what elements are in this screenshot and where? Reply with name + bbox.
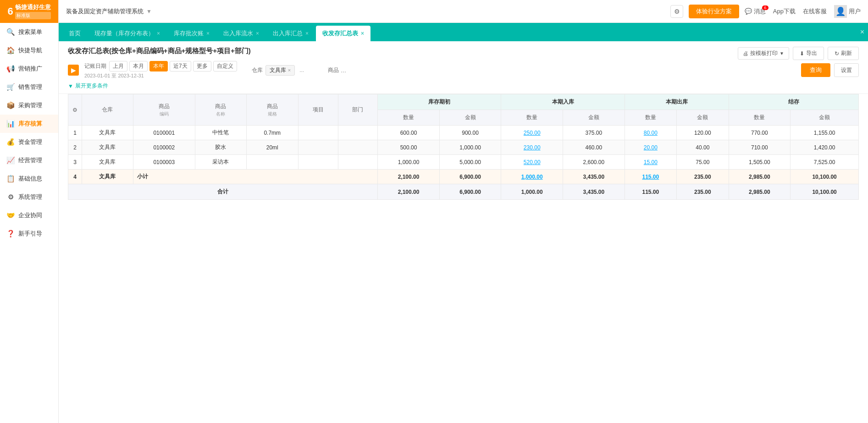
col-dept-header: 部门 [338,94,378,126]
operations-icon: 📈 [6,156,15,165]
col-product-name-header: 商品名称 [195,94,246,126]
row-0-open-amt: 900.00 [439,126,501,140]
sidebar-label-basic-info: 基础信息 [18,175,42,183]
tab-4[interactable]: 出入库汇总× [266,26,315,41]
page-header: 收发存汇总表(按仓库+商品编码+商品+规格型号+项目+部门) 🖨 按模板打印 ▼… [59,41,868,94]
sidebar-item-sales[interactable]: 🛒销售管理 [0,78,58,96]
col-product-code-header: 商品编码 [133,94,195,126]
sidebar-item-enterprise[interactable]: 🤝企业协同 [0,206,58,225]
refresh-button[interactable]: ↻ 刷新 [828,47,859,60]
row-1-bal-qty: 710.00 [729,140,791,155]
tab-3[interactable]: 出入库流水× [217,26,265,41]
tab-0[interactable]: 首页 [62,26,87,41]
col-product-spec-header: 商品规格 [246,94,298,126]
app-download-link[interactable]: App下载 [773,7,796,16]
tab-close-2[interactable]: × [206,30,210,37]
sidebar-item-finance[interactable]: 💰资金管理 [0,133,58,151]
date-btn-7days[interactable]: 近7天 [170,61,191,71]
row-0-project [298,126,338,140]
tab-close-4[interactable]: × [305,30,309,37]
row-1-no: 2 [68,140,82,155]
date-btn-more[interactable]: 更多 [193,61,211,71]
row-2-in-qty[interactable]: 520.00 [501,155,563,170]
export-icon: ⬇ [800,50,804,57]
row-1-spec: 20ml [246,140,298,155]
subtotal-in-qty[interactable]: 1,000.00 [501,170,563,184]
warehouse-tag: 文具库 × [265,65,295,76]
filter-warehouse: 仓库 文具库 × ... [252,65,304,76]
warehouse-more-dots[interactable]: ... [299,67,304,73]
tab-close-5[interactable]: × [361,30,364,37]
app-logo: 6 畅捷通好生意 标准版 [0,0,58,23]
total-bal-amt: 10,100.00 [791,184,859,200]
sidebar-label-operations: 经营管理 [18,156,42,165]
table-settings-header[interactable]: ⚙ [68,94,82,126]
row-1-in-amt: 460.00 [563,140,625,155]
col-opening-qty-header: 数量 [378,110,440,126]
expand-more-conditions[interactable]: ▼ 展开更多条件 [68,82,859,90]
print-button[interactable]: 🖨 按模板打印 ▼ [738,47,789,60]
row-0-bal-amt: 1,155.00 [791,126,859,140]
row-1-dept [338,140,378,155]
col-project-header: 项目 [298,94,338,126]
warehouse-tag-close[interactable]: × [288,67,291,73]
tab-close-1[interactable]: × [157,30,160,37]
row-1-warehouse: 文具库 [82,140,133,155]
topbar-gear-button[interactable]: ⚙ [670,5,683,18]
row-0-code: 0100001 [133,126,195,140]
total-bal-qty: 2,985.00 [729,184,791,200]
table-row: 1 文具库 0100001 中性笔 0.7mm 600.00 900.00 25… [68,126,859,140]
sidebar-label-guide: 新手引导 [18,230,42,238]
tab-5[interactable]: 收发存汇总表× [316,26,370,41]
sidebar-item-guide[interactable]: ❓新手引导 [0,225,58,243]
online-service-link[interactable]: 在线客服 [803,7,827,16]
export-button[interactable]: ⬇ 导出 [793,47,824,60]
date-btn-last-month[interactable]: 上月 [109,61,127,71]
date-btn-this-year[interactable]: 本年 [149,61,168,71]
tab-1[interactable]: 现存量（库存分布表）× [88,26,166,41]
user-menu[interactable]: 👤 用户 [834,5,861,18]
sidebar-item-operations[interactable]: 📈经营管理 [0,151,58,170]
setting-button[interactable]: 设置 [834,63,859,77]
col-opening-amt-header: 金额 [439,110,501,126]
row-0-no: 1 [68,126,82,140]
row-1-out-qty[interactable]: 20.00 [625,140,676,155]
topbar-system-title: 装备及固定资产辅助管理系统 ▼ [66,7,665,16]
date-btn-custom[interactable]: 自定义 [213,61,237,71]
col-out-amt-header: 金额 [677,110,729,126]
row-2-no: 3 [68,155,82,170]
sidebar-item-system[interactable]: ⚙系统管理 [0,188,58,206]
topbar-dropdown-arrow: ▼ [146,8,152,15]
message-badge-container[interactable]: 💬 6 消息 [745,7,766,16]
date-btn-this-month[interactable]: 本月 [129,61,148,71]
row-2-dept [338,155,378,170]
total-out-amt: 235.00 [677,184,729,200]
date-label: 记账日期 [84,62,106,70]
sidebar-item-search[interactable]: 🔍搜索菜单 [0,23,58,41]
row-1-in-qty[interactable]: 230.00 [501,140,563,155]
row-0-out-qty[interactable]: 80.00 [625,126,676,140]
tabbar-close-all[interactable]: × [860,28,864,36]
expand-label: 展开更多条件 [75,82,108,90]
row-0-in-qty[interactable]: 250.00 [501,126,563,140]
sidebar-item-purchase[interactable]: 📦采购管理 [0,96,58,115]
query-button[interactable]: 查询 [801,63,830,77]
product-more-dots[interactable]: ... [341,66,346,74]
message-icon: 💬 [745,8,752,15]
refresh-icon: ↻ [835,50,839,57]
sidebar-item-quick-nav[interactable]: 🏠快捷导航 [0,41,58,60]
row-2-out-qty[interactable]: 15.00 [625,155,676,170]
row-1-project [298,140,338,155]
filter-toggle-button[interactable]: ▶ [68,65,79,76]
sidebar-item-inventory[interactable]: 📊库存核算 [0,115,58,133]
tab-label-0: 首页 [69,29,81,38]
system-icon: ⚙ [6,193,15,201]
sidebar-item-marketing[interactable]: 📢营销推广 [0,60,58,78]
tab-close-3[interactable]: × [256,30,259,37]
tab-2[interactable]: 库存批次账× [167,26,216,41]
subtotal-out-qty[interactable]: 115.00 [625,170,676,184]
trial-button[interactable]: 体验行业方案 [689,5,739,18]
col-warehouse-header: 仓库 [82,94,133,126]
sidebar-item-basic-info[interactable]: 📋基础信息 [0,170,58,188]
product-filter-label: 商品 [328,66,339,74]
